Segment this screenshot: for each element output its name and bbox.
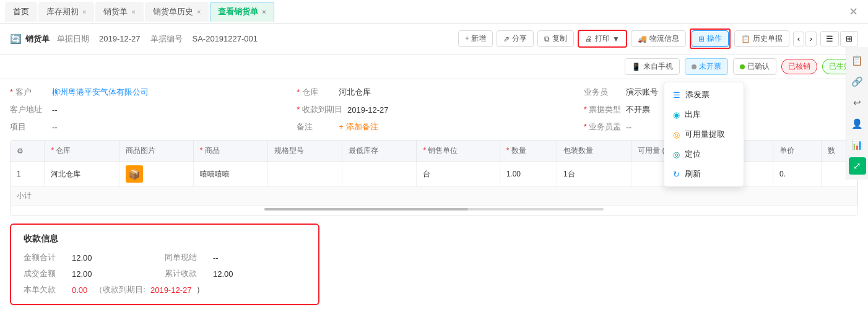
doc-meta: 单据日期 2019-12-27 单据编号 SA-20191227-001 [57,33,258,45]
date-label: 单据日期 [57,33,89,45]
from-phone-button[interactable]: 📱 来自手机 [625,58,680,75]
tab-home[interactable]: 首页 [5,2,37,22]
tab-sales[interactable]: 销货单 × [95,2,143,22]
sidebar-back-icon[interactable]: ↩ [849,94,866,111]
not-open-label: 未开票 [699,61,721,72]
same-order-label: 同单现结 [165,252,208,263]
warehouse-label: 仓库 [297,87,334,98]
print-dropdown-icon: ▼ [612,35,620,43]
note-row: 备注 + 添加备注 [297,121,571,132]
confirm-button[interactable]: 已确认 [733,58,776,75]
row-qty: 1.00 [500,162,557,187]
window-close-button[interactable]: ✕ [844,5,863,19]
operate-button[interactable]: ⊞ 操作 [692,30,729,47]
warehouse-row: 仓库 河北仓库 [297,87,571,98]
customer-value[interactable]: 柳州粤港平安气体有限公司 [52,87,149,98]
note-label: 备注 [297,121,334,132]
number-value: SA-20191227-001 [193,34,258,43]
refresh-label: 刷新 [685,168,701,180]
add-note-label: + 添加备注 [339,121,378,132]
row-index: 1 [11,162,45,187]
not-open-button[interactable]: 未开票 [685,58,728,75]
tab-inventory[interactable]: 库存期初 × [38,2,94,22]
copy-button[interactable]: ⧉ 复制 [537,30,574,47]
outbound-item[interactable]: ◉ 出库 [664,105,744,124]
col-min-stock: 最低库存 [342,141,417,162]
refresh-item[interactable]: ↻ 刷新 [664,164,744,184]
available-label: 可用量提取 [685,129,725,140]
total-label: 金额合计 [24,252,67,263]
add-invoice-label: 添发票 [685,89,710,100]
next-button[interactable]: › [805,32,817,46]
nav-arrows: ‹ › [793,32,817,46]
total-row: 金额合计 12.00 [24,252,165,263]
outbound-label: 出库 [685,109,701,120]
logistics-icon: 🚚 [638,35,647,43]
tab-sales-history-close[interactable]: × [197,8,201,15]
sidebar-expand-icon[interactable]: ⤢ [849,157,866,175]
tab-sales-close[interactable]: × [131,8,135,15]
same-order-value: -- [213,253,219,263]
scroll-indicator[interactable] [264,208,603,211]
add-invoice-item[interactable]: ☰ 添发票 [664,85,744,105]
locate-icon: ◎ [673,150,680,159]
invoice-label: 票据类型 [584,104,622,115]
sidebar-chart-icon[interactable]: 📊 [849,136,866,154]
address-label: 客户地址 [10,104,47,115]
prev-button[interactable]: ‹ [793,32,804,46]
from-phone-label: 来自手机 [643,61,673,72]
warehouse-value: 河北仓库 [339,87,371,98]
right-sidebar: 📋 🔗 ↩ 👤 📊 ⤢ [846,47,868,180]
add-note-button[interactable]: + 添加备注 [339,121,378,132]
staff-label: 业务员 [584,87,621,98]
list-view-button[interactable]: ☰ [820,31,839,46]
due-hint: （收款到期日: [95,284,145,295]
tab-inventory-close[interactable]: × [82,8,86,15]
share-icon: ⇗ [503,35,510,43]
due-end: ） [196,284,204,295]
col-settings[interactable]: ⚙ [11,141,45,162]
doc-actions: + 新增 ⇗ 分享 ⧉ 复制 🖨 打印 ▼ 🚚 物流信息 [458,28,858,49]
add-invoice-icon: ☰ [673,90,680,100]
available-icon: ◎ [673,130,680,139]
view-btns: ☰ ⊞ [820,31,858,46]
sidebar-user-icon[interactable]: 👤 [849,115,866,132]
main-content: 🔄 销货单 单据日期 2019-12-27 单据编号 SA-20191227-0… [0,24,868,330]
sold-badge: 已核销 [781,59,817,74]
copy-icon: ⧉ [544,35,550,43]
transaction-label: 成交金额 [24,268,67,279]
sidebar-link-icon[interactable]: 🔗 [849,73,866,90]
share-button[interactable]: ⇗ 分享 [497,30,534,47]
phone-icon: 📱 [631,63,641,71]
staff2-label: 业务员盂 [584,121,622,132]
print-button[interactable]: 🖨 打印 ▼ [578,30,627,48]
sidebar-doc-icon[interactable]: 📋 [849,52,866,69]
copy-label: 复制 [552,33,567,44]
date-value: 2019-12-27 [99,34,141,43]
grid-view-button[interactable]: ⊞ [840,31,858,46]
tab-actions: ✕ [844,5,863,19]
due-date-value: 2019-12-27 [347,105,389,115]
address-value: -- [52,105,58,115]
row-min-stock [342,162,417,187]
tab-sales-label: 销货单 [103,6,128,17]
locate-label: 定位 [685,149,701,160]
subtotal-label: 小计 [11,187,857,206]
tab-view-sales-close[interactable]: × [262,8,266,15]
logistics-button[interactable]: 🚚 物流信息 [631,30,686,47]
new-button[interactable]: + 新增 [458,30,493,47]
col-unit: 销售单位 [417,141,500,162]
tab-sales-history-label: 销货单历史 [153,6,193,17]
tab-view-sales[interactable]: 查看销货单 × [210,2,274,22]
current-owe-value: 0.00 [72,285,87,295]
history-icon: 📋 [741,35,750,43]
locate-item[interactable]: ◎ 定位 [664,144,744,164]
transaction-row: 成交金额 12.00 [24,268,165,279]
tab-sales-history[interactable]: 销货单历史 × [145,2,209,22]
due-date-label: 收款到期日 [297,104,342,115]
history-button[interactable]: 📋 历史单据 [734,30,789,47]
operate-icon: ⊞ [698,35,705,43]
confirm-dot [740,64,745,69]
available-item[interactable]: ◎ 可用量提取 [664,124,744,144]
staff-value: 演示账号 [626,87,658,98]
